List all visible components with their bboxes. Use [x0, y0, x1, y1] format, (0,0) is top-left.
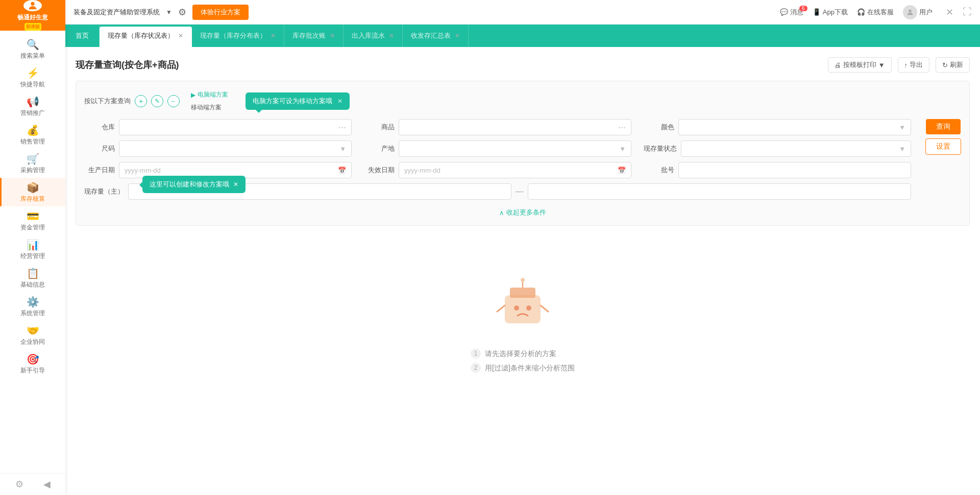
- expire-date-calendar-icon[interactable]: 📅: [618, 167, 626, 174]
- color-select[interactable]: ▼: [678, 119, 911, 135]
- scheme-desktop-label: 电脑端方案: [198, 90, 228, 99]
- tab-home[interactable]: 首页: [65, 25, 100, 47]
- sidebar-item-purchase[interactable]: 🛒 采购管理: [0, 149, 65, 178]
- back-scheme-button[interactable]: ←: [167, 95, 180, 107]
- stock-status-select[interactable]: ▼: [681, 140, 911, 157]
- topbar-expand-icon[interactable]: ⛶: [963, 7, 972, 17]
- sidebar-item-marketing[interactable]: 📢 营销推广: [0, 92, 65, 121]
- goods-dots-icon[interactable]: ···: [618, 122, 626, 133]
- chevron-up-icon: ∧: [499, 209, 504, 217]
- refresh-button[interactable]: ↻ 刷新: [936, 57, 970, 73]
- prod-date-calendar-icon[interactable]: 📅: [338, 167, 346, 174]
- sidebar-item-quick-nav[interactable]: ⚡ 快捷导航: [0, 63, 65, 92]
- app-name: 畅通好生意: [17, 13, 48, 22]
- svg-point-7: [521, 278, 525, 282]
- sidebar-item-label: 快捷导航: [20, 80, 45, 89]
- sidebar-item-basic-info[interactable]: 📋 基础信息: [0, 264, 65, 292]
- online-support-action[interactable]: 🎧 在线客服: [857, 8, 894, 17]
- create-tooltip-close[interactable]: ✕: [233, 181, 238, 188]
- reset-button[interactable]: 设置: [925, 138, 961, 155]
- sidebar-item-label: 采购管理: [20, 166, 45, 175]
- page-header: 现存量查询(按仓库+商品) 🖨 按模板打印 ▼ ↑ 导出 ↻ 刷新: [76, 57, 970, 73]
- app-download-label: App下载: [823, 8, 848, 17]
- warehouse-dots-icon[interactable]: ···: [338, 122, 346, 133]
- filter-row-1: 仓库 ··· 商品 ···: [84, 119, 911, 135]
- add-scheme-button[interactable]: +: [135, 95, 147, 107]
- tabbar: 首页 现存量（库存状况表） ✕ 现存量（库存分布表） ✕ 库存批次账 ✕ 出入库…: [65, 25, 980, 47]
- sidebar-item-system[interactable]: ⚙️ 系统管理: [0, 292, 65, 321]
- tab-close-batch-ledger[interactable]: ✕: [330, 32, 335, 39]
- page-title: 现存量查询(按仓库+商品): [76, 59, 179, 71]
- origin-select[interactable]: ▼: [399, 140, 631, 157]
- sidebar-nav: 🔍 搜索菜单 ⚡ 快捷导航 📢 营销推广 💰 销售管理 🛒 采购管理 📦 库存核…: [0, 31, 65, 473]
- origin-dropdown-icon: ▼: [619, 145, 626, 153]
- topbar-close-icon[interactable]: ✕: [946, 7, 953, 18]
- system-dropdown[interactable]: ▼: [166, 9, 172, 16]
- batch-input[interactable]: [678, 162, 911, 178]
- tab-batch-ledger[interactable]: 库存批次账 ✕: [284, 25, 344, 47]
- settings-footer-icon[interactable]: ⚙: [15, 479, 23, 490]
- user-label: 用户: [919, 8, 933, 17]
- tab-inventory-status[interactable]: 现存量（库存状况表） ✕: [100, 27, 192, 47]
- sidebar-item-operations[interactable]: 📊 经营管理: [0, 235, 65, 264]
- empty-tips: 1 请先选择要分析的方案 2 用[过滤]条件来缩小分析范围: [471, 346, 575, 375]
- search-menu-icon: 🔍: [27, 38, 39, 51]
- sidebar-item-label: 新手引导: [20, 366, 45, 375]
- collapse-sidebar-icon[interactable]: ◀: [43, 479, 51, 490]
- search-button[interactable]: 查询: [926, 119, 961, 134]
- size-select[interactable]: ▼: [119, 140, 352, 157]
- topbar: 装备及固定资产辅助管理系统 ▼ ⚙ 体验行业方案 💬 消息 6 📱 App下载 …: [65, 0, 980, 25]
- sidebar-item-sales[interactable]: 💰 销售管理: [0, 121, 65, 149]
- sidebar-item-label: 资金管理: [20, 223, 45, 232]
- warehouse-input[interactable]: ···: [119, 119, 352, 135]
- purchase-icon: 🛒: [27, 153, 39, 165]
- warehouse-label: 仓库: [84, 123, 115, 132]
- app-logo: 畅通好生意 标准版: [0, 0, 65, 31]
- expire-date-input[interactable]: yyyy-mm-dd 📅: [399, 162, 631, 178]
- online-support-label: 在线客服: [867, 8, 894, 17]
- tab-close-inout-flow[interactable]: ✕: [389, 32, 394, 39]
- scheme-desktop[interactable]: ▶ 电脑端方案: [188, 89, 231, 100]
- quick-nav-icon: ⚡: [27, 67, 39, 79]
- tab-close-collect-summary[interactable]: ✕: [455, 32, 460, 39]
- sidebar-item-inventory[interactable]: 📦 库存核算: [0, 178, 65, 206]
- edit-scheme-button[interactable]: ✎: [151, 95, 163, 107]
- tab-inventory-dist[interactable]: 现存量（库存分布表） ✕: [192, 25, 284, 47]
- settings-icon[interactable]: ⚙: [178, 7, 186, 18]
- tab-close-inventory-dist[interactable]: ✕: [271, 32, 276, 39]
- basic-info-icon: 📋: [27, 267, 39, 279]
- stock-status-label: 现存量状态: [644, 144, 677, 153]
- tab-collect-summary[interactable]: 收发存汇总表 ✕: [403, 25, 469, 47]
- sidebar-item-finance[interactable]: 💳 资金管理: [0, 206, 65, 235]
- message-action[interactable]: 💬 消息 6: [780, 8, 803, 17]
- scheme-tooltip-close[interactable]: ✕: [337, 98, 342, 105]
- tip-num-1: 1: [471, 348, 481, 359]
- tab-close-inventory-status[interactable]: ✕: [178, 32, 183, 39]
- color-dropdown-icon: ▼: [899, 124, 905, 131]
- tab-inout-flow[interactable]: 出入库流水 ✕: [344, 25, 403, 47]
- filter-goods: 商品 ···: [364, 119, 631, 135]
- main-area: 装备及固定资产辅助管理系统 ▼ ⚙ 体验行业方案 💬 消息 6 📱 App下载 …: [65, 0, 980, 495]
- print-button[interactable]: 🖨 按模板打印 ▼: [828, 57, 892, 73]
- filter-size: 尺码 ▼: [84, 140, 352, 157]
- sidebar-item-label: 销售管理: [20, 137, 45, 146]
- scheme-mobile[interactable]: 移动端方案: [188, 102, 231, 113]
- app-download-action[interactable]: 📱 App下载: [813, 8, 848, 17]
- sidebar-item-enterprise[interactable]: 🤝 企业协同: [0, 321, 65, 349]
- sidebar-item-guide[interactable]: 🎯 新手引导: [0, 349, 65, 378]
- tab-inventory-status-label: 现存量（库存状况表）: [108, 31, 174, 40]
- system-name: 装备及固定资产辅助管理系统: [74, 8, 160, 17]
- logo-icon: [23, 0, 42, 11]
- avatar: [903, 5, 917, 19]
- export-button[interactable]: ↑ 导出: [898, 57, 930, 73]
- goods-input[interactable]: ···: [399, 119, 631, 135]
- collapse-filter-button[interactable]: ∧ 收起更多条件: [84, 208, 961, 217]
- sidebar-item-search-menu[interactable]: 🔍 搜索菜单: [0, 35, 65, 63]
- stock-main-to[interactable]: [528, 183, 911, 200]
- refresh-icon: ↻: [942, 61, 948, 69]
- search-buttons: 查询 设置: [919, 119, 961, 155]
- prod-date-placeholder: yyyy-mm-dd: [125, 167, 161, 174]
- user-action[interactable]: 用户: [903, 5, 933, 19]
- trial-button[interactable]: 体验行业方案: [192, 5, 249, 20]
- headset-icon: 🎧: [857, 8, 865, 16]
